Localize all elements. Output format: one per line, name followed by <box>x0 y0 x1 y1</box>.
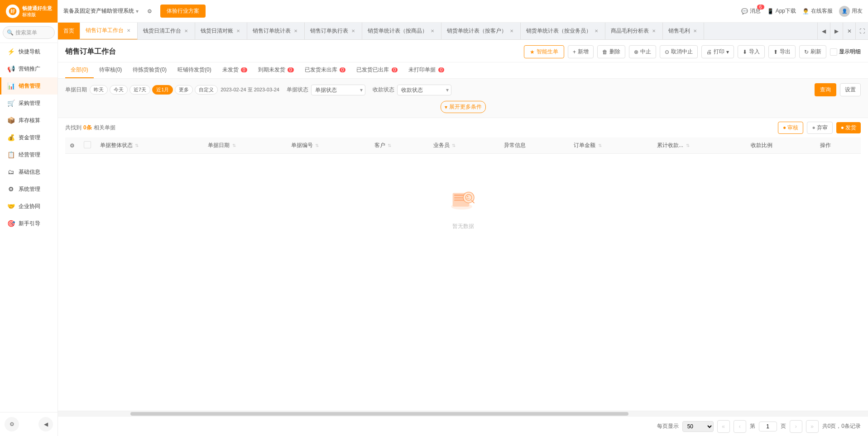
col-collected[interactable]: 累计收款... ⇅ <box>652 137 746 154</box>
tab-sales-workbench-close[interactable]: ✕ <box>125 28 132 34</box>
pagination-page-size-select[interactable]: 50 10 20 100 <box>682 421 714 432</box>
sidebar-item-corp[interactable]: 🤝 企业协同 <box>0 198 58 215</box>
subtab-wangpu[interactable]: 旺铺待发货(0) <box>172 62 217 78</box>
filter-last1month-btn[interactable]: 近1月 <box>152 85 173 95</box>
tab-home[interactable]: 首页 <box>58 23 80 40</box>
import-button[interactable]: ⬇ 导入 <box>738 45 765 58</box>
tab-sales-workbench[interactable]: 销售订单工作台 ✕ <box>80 23 138 40</box>
filter-expand-button[interactable]: ▾ 展开更多条件 <box>441 101 486 113</box>
tab-profit-analysis[interactable]: 商品毛利分析表 ✕ <box>605 23 663 40</box>
col-staff[interactable]: 业务员 ⇅ <box>429 137 500 154</box>
subtab-expired-not-shipped[interactable]: 到期未发货 0 <box>253 62 299 78</box>
app-download-button[interactable]: 📱 App下载 <box>767 7 796 15</box>
tab-sales-stats[interactable]: 销售订单统计表 ✕ <box>247 23 305 40</box>
filter-custom-btn[interactable]: 自定义 <box>195 85 218 95</box>
tab-sales-by-product-close[interactable]: ✕ <box>429 28 436 34</box>
tab-sales-exec-close[interactable]: ✕ <box>350 28 356 34</box>
pagination-next-btn[interactable]: › <box>790 420 802 433</box>
pagination-last-btn[interactable]: » <box>806 420 819 433</box>
col-date[interactable]: 单据日期 ⇅ <box>203 137 287 154</box>
tab-sales-by-customer[interactable]: 销货单统计表（按客户） ✕ <box>441 23 521 40</box>
sidebar-collapse-button[interactable]: ◀ <box>38 417 53 431</box>
filter-today-btn[interactable]: 今天 <box>110 85 128 95</box>
message-button[interactable]: 💬 消息 6 <box>741 7 761 15</box>
system-selector[interactable]: 装备及固定资产辅助管理系统 ▾ <box>63 7 139 15</box>
filter-last7-btn[interactable]: 近7天 <box>129 85 150 95</box>
tab-profit-analysis-close[interactable]: ✕ <box>651 28 657 34</box>
show-detail-checkbox[interactable] <box>830 48 837 56</box>
col-collected-sort-icon: ⇅ <box>686 143 690 148</box>
filter-more-btn[interactable]: 更多 <box>175 85 193 95</box>
sidebar-item-marketing[interactable]: 📢 营销推广 <box>0 60 58 77</box>
subtab-pending-inspect[interactable]: 待拣货验货(0) <box>127 62 172 78</box>
subtab-not-shipped[interactable]: 未发货 0 <box>217 62 253 78</box>
pagination-prev-btn[interactable]: ‹ <box>734 420 746 433</box>
horizontal-scrollbar[interactable] <box>58 411 868 416</box>
search-menu-button[interactable]: 🔍 搜索菜单 <box>3 26 55 39</box>
user-menu-button[interactable]: 👤 用友 <box>839 6 863 17</box>
sidebar-item-basic[interactable]: 🗂 基础信息 <box>0 163 58 180</box>
print-button[interactable]: 🖨 打印 ▾ <box>701 45 734 58</box>
filter-status-select[interactable]: 单据状态 <box>311 85 365 95</box>
tab-cash-reconcile[interactable]: 钱货日清对账 ✕ <box>195 23 247 40</box>
col-check[interactable] <box>79 137 96 154</box>
tab-fullscreen[interactable]: ⛶ <box>855 23 868 40</box>
col-config[interactable]: ⚙ <box>65 137 79 154</box>
select-all-checkbox[interactable] <box>84 141 91 148</box>
tab-sales-by-product[interactable]: 销货单统计表（按商品） ✕ <box>362 23 441 40</box>
filter-yesterday-btn[interactable]: 昨天 <box>90 85 108 95</box>
tab-cash-daily-close[interactable]: ✕ <box>183 28 189 34</box>
cancel-suspend-button[interactable]: ⊙ 取消中止 <box>660 45 698 58</box>
col-amount[interactable]: 订单金额 ⇅ <box>569 137 652 154</box>
audit-button[interactable]: ● 审核 <box>778 122 803 134</box>
query-button[interactable]: 查询 <box>815 83 836 96</box>
subtab-shipped-not-out[interactable]: 已发货未出库 0 <box>299 62 351 78</box>
sidebar-item-sales[interactable]: 📊 销售管理 <box>0 77 58 95</box>
sidebar-item-system[interactable]: ⚙ 系统管理 <box>0 180 58 198</box>
subtab-not-printed[interactable]: 未打印单据 0 <box>403 62 450 78</box>
revoke-button[interactable]: ● 弃审 <box>807 122 832 134</box>
topbar-settings-button[interactable]: ⚙ <box>143 5 156 18</box>
filter-payment-select[interactable]: 收款状态 <box>397 85 451 95</box>
tab-scroll-right[interactable]: ▶ <box>830 23 843 40</box>
sidebar-item-inventory[interactable]: 📦 库存核算 <box>0 112 58 129</box>
sidebar-item-business[interactable]: 📋 经营管理 <box>0 146 58 163</box>
sidebar-item-quicknav[interactable]: ⚡ 快捷导航 <box>0 43 58 60</box>
pagination-page-input[interactable] <box>759 422 777 431</box>
smart-create-button[interactable]: ★ 智能生单 <box>524 45 564 58</box>
show-detail-toggle[interactable]: 显示明细 <box>830 48 861 56</box>
tab-cash-daily[interactable]: 钱货日清工作台 ✕ <box>138 23 195 40</box>
pagination-first-btn[interactable]: « <box>717 420 730 433</box>
deliver-button[interactable]: ● 发货 <box>836 122 861 133</box>
sidebar-item-guide[interactable]: 🎯 新手引导 <box>0 215 58 232</box>
tab-sales-by-customer-close[interactable]: ✕ <box>508 28 515 34</box>
refresh-button[interactable]: ↻ 刷新 <box>799 45 826 58</box>
subtab-pending-review[interactable]: 待审核(0) <box>94 62 128 78</box>
online-service-button[interactable]: 👨‍💼 在线客服 <box>802 7 833 15</box>
tab-sales-profit[interactable]: 销售毛利 ✕ <box>663 23 704 40</box>
filter-settings-button[interactable]: 设置 <box>840 83 861 96</box>
delete-button[interactable]: 🗑 删除 <box>597 45 625 58</box>
col-customer[interactable]: 客户 ⇅ <box>370 137 429 154</box>
tab-sales-profit-close[interactable]: ✕ <box>692 28 698 34</box>
tab-sales-stats-close[interactable]: ✕ <box>293 28 299 34</box>
sidebar-item-purchase[interactable]: 🛒 采购管理 <box>0 95 58 112</box>
add-button[interactable]: + 新增 <box>568 45 594 58</box>
tab-close-current[interactable]: ✕ <box>843 23 855 40</box>
tab-sales-by-staff-close[interactable]: ✕ <box>593 28 599 34</box>
subtab-shipped-out[interactable]: 已发货已出库 0 <box>351 62 403 78</box>
scrollbar-thumb[interactable] <box>130 412 628 416</box>
industry-solution-button[interactable]: 体验行业方案 <box>160 5 206 18</box>
sidebar-search-area[interactable]: 🔍 搜索菜单 <box>0 23 58 43</box>
col-number[interactable]: 单据编号 ⇅ <box>287 137 370 154</box>
sidebar-item-finance[interactable]: 💰 资金管理 <box>0 129 58 146</box>
tab-cash-reconcile-close[interactable]: ✕ <box>235 28 241 34</box>
export-button[interactable]: ⬆ 导出 <box>768 45 796 58</box>
sidebar-settings-button[interactable]: ⚙ <box>5 417 19 431</box>
subtab-all[interactable]: 全部(0) <box>65 62 94 78</box>
tab-sales-exec[interactable]: 销售订单执行表 ✕ <box>305 23 362 40</box>
tab-sales-by-staff[interactable]: 销货单统计表（按业务员） ✕ <box>521 23 605 40</box>
suspend-button[interactable]: ⊗ 中止 <box>629 45 656 58</box>
tab-scroll-left[interactable]: ◀ <box>817 23 830 40</box>
col-status[interactable]: 单据整体状态 ⇅ <box>96 137 203 154</box>
